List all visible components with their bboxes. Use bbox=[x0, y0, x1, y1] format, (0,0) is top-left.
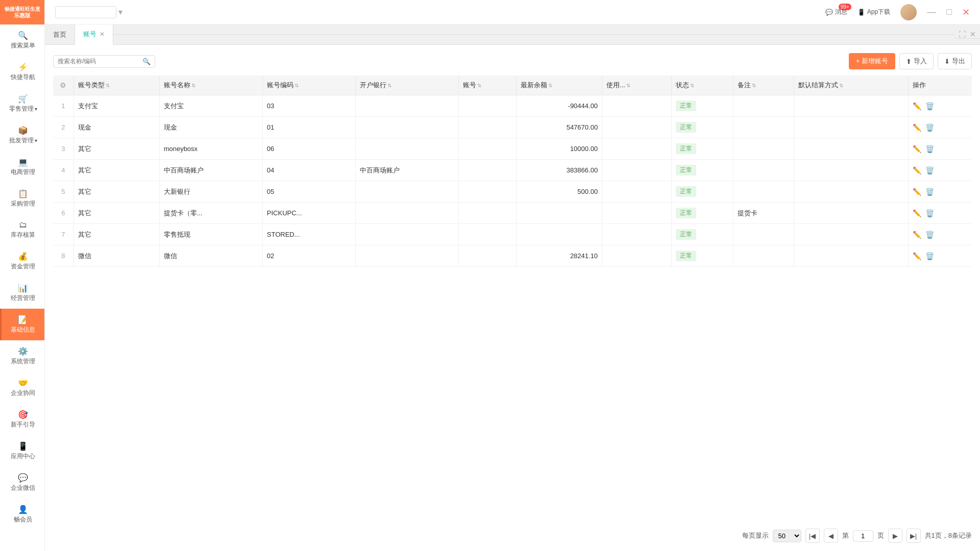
cell-remark-7 bbox=[733, 245, 794, 267]
cell-usage-6 bbox=[602, 224, 672, 245]
delete-icon-3[interactable]: 🗑️ bbox=[925, 166, 934, 174]
table-row: 2 现金 现金 01 547670.00 正常 ✏️ 🗑️ bbox=[53, 117, 972, 138]
per-page-select[interactable]: 50 100 bbox=[773, 530, 801, 542]
column-settings-icon[interactable]: ⚙ bbox=[60, 81, 66, 89]
delete-icon-2[interactable]: 🗑️ bbox=[925, 145, 934, 153]
col-code[interactable]: 账号编码⇅ bbox=[262, 76, 355, 95]
cell-type-2: 其它 bbox=[74, 138, 159, 160]
tab-account-close[interactable]: ✕ bbox=[100, 31, 105, 37]
edit-icon-2[interactable]: ✏️ bbox=[913, 145, 921, 153]
cell-remark-6 bbox=[733, 224, 794, 245]
table-row: 4 其它 中百商场账户 04 中百商场账户 383866.00 正常 ✏️ 🗑️ bbox=[53, 160, 972, 181]
sidebar-item-5[interactable]: 📋采购管理 bbox=[0, 183, 44, 214]
cell-usage-5 bbox=[602, 203, 672, 224]
cell-bank-5 bbox=[356, 203, 459, 224]
edit-icon-7[interactable]: ✏️ bbox=[913, 252, 921, 260]
prev-page-button[interactable]: ◀ bbox=[824, 529, 838, 543]
tab-bar: 首页 账号 ✕ ⛶ ✕ bbox=[45, 24, 980, 45]
table-row: 5 其它 大新银行 05 500.00 正常 ✏️ 🗑️ bbox=[53, 181, 972, 203]
cell-action-4: ✏️ 🗑️ bbox=[908, 181, 972, 203]
sidebar-icon-4: 💻 bbox=[4, 157, 42, 167]
import-label: 导入 bbox=[914, 57, 927, 66]
delete-icon-6[interactable]: 🗑️ bbox=[925, 231, 934, 239]
search-input[interactable] bbox=[58, 58, 140, 65]
tab-home[interactable]: 首页 bbox=[45, 24, 75, 45]
import-button[interactable]: ⬆ 导入 bbox=[899, 53, 934, 69]
next-page-button[interactable]: ▶ bbox=[888, 529, 902, 543]
sidebar-item-3[interactable]: 📦批发管理▾ bbox=[0, 119, 44, 151]
col-balance[interactable]: 最新余额⇅ bbox=[516, 76, 602, 95]
logo-text: 畅捷通旺旺生意 乐惠版 bbox=[5, 6, 40, 19]
minimize-window-button[interactable]: ✕ bbox=[962, 7, 970, 18]
cell-num-5: 6 bbox=[53, 203, 74, 224]
close-window-button[interactable]: — bbox=[927, 7, 936, 17]
sidebar-icon-6: 🗂 bbox=[4, 220, 42, 230]
sidebar-item-12[interactable]: 🎯新手引导 bbox=[0, 404, 44, 435]
col-usage[interactable]: 使用...⇅ bbox=[602, 76, 672, 95]
sidebar-item-11[interactable]: 🤝企业协同 bbox=[0, 372, 44, 404]
search-box[interactable]: 🔍 bbox=[53, 55, 155, 68]
cell-status-0: 正常 bbox=[671, 95, 733, 117]
top-search-input[interactable] bbox=[55, 6, 116, 18]
col-bank[interactable]: 开户银行⇅ bbox=[356, 76, 459, 95]
col-settlement[interactable]: 默认结算方式⇅ bbox=[794, 76, 908, 95]
cell-usage-7 bbox=[602, 245, 672, 267]
cell-settlement-6 bbox=[794, 224, 908, 245]
col-settings[interactable]: ⚙ bbox=[53, 76, 74, 95]
close-tab-icon[interactable]: ✕ bbox=[970, 30, 976, 38]
sidebar-item-7[interactable]: 💰资金管理 bbox=[0, 245, 44, 277]
accounts-table: ⚙ 账号类型⇅ 账号名称⇅ 账号编码⇅ 开户银行⇅ 账号⇅ 最新余额⇅ 使用..… bbox=[53, 76, 972, 267]
sidebar-item-1[interactable]: ⚡快捷导航 bbox=[0, 56, 44, 88]
dropdown-icon[interactable]: ▾ bbox=[118, 7, 122, 17]
edit-icon-0[interactable]: ✏️ bbox=[913, 102, 921, 110]
cell-action-1: ✏️ 🗑️ bbox=[908, 117, 972, 138]
edit-icon-1[interactable]: ✏️ bbox=[913, 123, 921, 132]
delete-icon-5[interactable]: 🗑️ bbox=[925, 209, 934, 217]
message-button[interactable]: 💬 消息 99+ bbox=[825, 8, 847, 16]
first-page-button[interactable]: |◀ bbox=[805, 529, 820, 543]
sidebar-item-10[interactable]: ⚙️系统管理 bbox=[0, 340, 44, 372]
cell-action-7: ✏️ 🗑️ bbox=[908, 245, 972, 267]
last-page-button[interactable]: ▶| bbox=[906, 529, 921, 543]
cell-settlement-1 bbox=[794, 117, 908, 138]
edit-icon-4[interactable]: ✏️ bbox=[913, 188, 921, 196]
cell-bank-0 bbox=[356, 95, 459, 117]
export-button[interactable]: ⬇ 导出 bbox=[938, 53, 972, 69]
edit-icon-6[interactable]: ✏️ bbox=[913, 231, 921, 239]
tab-account[interactable]: 账号 ✕ bbox=[75, 24, 113, 45]
app-download-button[interactable]: 📱 App下载 bbox=[857, 8, 890, 16]
cell-account-6 bbox=[459, 224, 517, 245]
cell-code-7: 02 bbox=[262, 245, 355, 267]
delete-icon-1[interactable]: 🗑️ bbox=[925, 123, 934, 132]
sidebar-item-4[interactable]: 💻电商管理 bbox=[0, 151, 44, 183]
sidebar-item-6[interactable]: 🗂库存核算 bbox=[0, 214, 44, 245]
sidebar-item-2[interactable]: 🛒零售管理▾ bbox=[0, 88, 44, 119]
col-account[interactable]: 账号⇅ bbox=[459, 76, 517, 95]
cell-settlement-3 bbox=[794, 160, 908, 181]
fullscreen-icon[interactable]: ⛶ bbox=[959, 30, 966, 38]
col-status[interactable]: 状态⇅ bbox=[671, 76, 733, 95]
cell-status-7: 正常 bbox=[671, 245, 733, 267]
delete-icon-7[interactable]: 🗑️ bbox=[925, 252, 934, 260]
sidebar-item-14[interactable]: 💬企业微信 bbox=[0, 467, 44, 498]
col-type[interactable]: 账号类型⇅ bbox=[74, 76, 159, 95]
delete-icon-0[interactable]: 🗑️ bbox=[925, 102, 934, 110]
sidebar-item-15[interactable]: 👤畅会员 bbox=[0, 498, 44, 530]
cell-status-2: 正常 bbox=[671, 138, 733, 160]
user-avatar[interactable] bbox=[900, 4, 917, 20]
cell-settlement-2 bbox=[794, 138, 908, 160]
delete-icon-4[interactable]: 🗑️ bbox=[925, 188, 934, 196]
page-number-input[interactable] bbox=[853, 530, 873, 542]
download-icon: 📱 bbox=[857, 9, 865, 16]
edit-icon-5[interactable]: ✏️ bbox=[913, 209, 921, 217]
maximize-window-button[interactable]: □ bbox=[946, 7, 952, 17]
sidebar-item-13[interactable]: 📱应用中心 bbox=[0, 435, 44, 467]
add-account-button[interactable]: + 新增账号 bbox=[849, 53, 895, 69]
col-name[interactable]: 账号名称⇅ bbox=[159, 76, 262, 95]
sidebar-item-0[interactable]: 🔍搜索菜单 bbox=[0, 24, 44, 56]
edit-icon-3[interactable]: ✏️ bbox=[913, 166, 921, 174]
sidebar-item-8[interactable]: 📊经营管理 bbox=[0, 277, 44, 309]
sidebar-item-9[interactable]: 📝基础信息 bbox=[0, 309, 44, 340]
col-remark[interactable]: 备注⇅ bbox=[733, 76, 794, 95]
cell-account-0 bbox=[459, 95, 517, 117]
